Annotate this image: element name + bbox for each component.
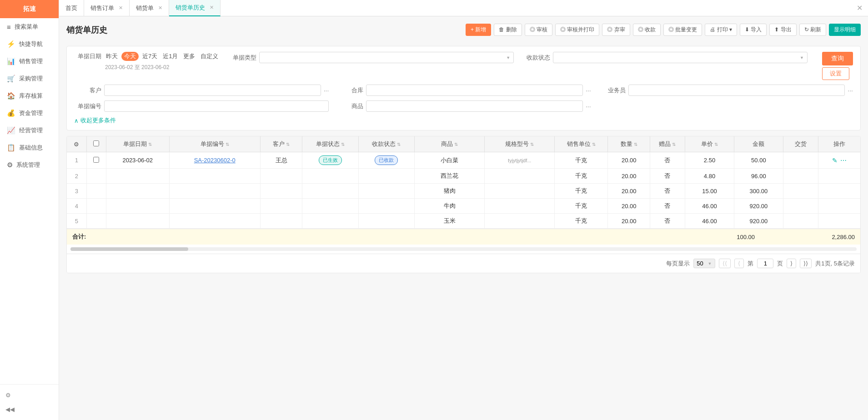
review-print-button[interactable]: ◎ 审核并打印 xyxy=(555,24,599,36)
pag-next-btn[interactable]: ⟩ xyxy=(787,259,796,268)
pag-page-input[interactable] xyxy=(757,259,773,268)
sidebar-item-finance[interactable]: 💰 资金管理 xyxy=(0,105,59,122)
doc-no-input[interactable] xyxy=(104,100,329,112)
tab-sales-order[interactable]: 销售订单 ✕ xyxy=(84,0,130,16)
goods-input[interactable] xyxy=(366,100,583,112)
row-action: ✎ ⋯ xyxy=(818,152,860,169)
print-button[interactable]: 🖨 打印 ▾ xyxy=(705,24,737,36)
horizontal-scrollbar[interactable] xyxy=(70,247,857,251)
customer-input[interactable] xyxy=(104,85,321,96)
business-input[interactable] xyxy=(628,85,845,96)
gear-settings-icon[interactable]: ⚙ xyxy=(74,141,79,148)
footer-total-amount: 2,286.00 xyxy=(818,234,855,240)
import-button[interactable]: ⬇ 导入 xyxy=(740,24,767,36)
doc-status-badge: 已生效 xyxy=(319,155,342,165)
row-code-link[interactable]: SA-20230602-0 xyxy=(194,157,236,164)
sidebar-bottom-gear[interactable]: ⚙ xyxy=(0,388,59,402)
sort-code[interactable]: 单据编号 ⇅ xyxy=(172,140,257,148)
filter-doc-no-field: 单据编号 xyxy=(74,100,329,112)
row-qty: 20.00 xyxy=(608,184,650,199)
collect-status-select[interactable] xyxy=(553,52,808,63)
tab-sales-history-close[interactable]: ✕ xyxy=(210,5,214,10)
more-icon[interactable]: ⋯ xyxy=(840,157,847,164)
tab-sales-history[interactable]: 销货单历史 ✕ xyxy=(169,0,221,16)
quick-nav-icon: ⚡ xyxy=(7,40,15,48)
sort-collect-status[interactable]: 收款状态 ⇅ xyxy=(361,140,411,148)
review-button[interactable]: ◎ 审核 xyxy=(525,24,552,36)
date-more[interactable]: 更多 xyxy=(181,52,197,61)
add-button[interactable]: + 新增 xyxy=(466,24,491,36)
filter-date-label: 单据日期 xyxy=(74,52,101,60)
edit-icon[interactable]: ✎ xyxy=(832,157,838,164)
tab-sales-delivery[interactable]: 销货单 ✕ xyxy=(130,0,169,16)
row-action xyxy=(818,184,860,199)
scrollbar-thumb xyxy=(70,247,188,251)
row-checkbox xyxy=(86,169,106,184)
more-conditions-toggle[interactable]: ∧ 收起更多条件 xyxy=(74,116,853,125)
sidebar-item-base-info[interactable]: 📋 基础信息 xyxy=(0,139,59,156)
sort-gift[interactable]: 赠品 ⇅ xyxy=(653,140,682,148)
show-detail-button[interactable]: 显示明细 xyxy=(829,24,861,36)
sidebar-item-operations[interactable]: 📈 经营管理 xyxy=(0,122,59,139)
tab-sales-order-close[interactable]: ✕ xyxy=(119,5,123,11)
sort-unit[interactable]: 销售单位 ⇅ xyxy=(557,140,605,148)
per-page-select[interactable]: 50 100 xyxy=(693,259,715,268)
tabs-close-all[interactable]: ✕ xyxy=(851,4,868,12)
row-doc-status xyxy=(302,184,358,199)
sidebar-item-inventory[interactable]: 🏠 库存核算 xyxy=(0,87,59,105)
doc-type-select[interactable] xyxy=(259,52,514,63)
purchase-icon: 🛒 xyxy=(7,75,15,83)
setting-button[interactable]: 设置 xyxy=(822,67,849,80)
business-ellipsis[interactable]: ··· xyxy=(848,87,853,94)
sidebar-item-label: 采购管理 xyxy=(19,75,43,83)
delete-button[interactable]: 🗑 删除 xyxy=(494,24,522,36)
pag-last-btn[interactable]: ⟩⟩ xyxy=(800,259,812,268)
sort-qty[interactable]: 数量 ⇅ xyxy=(611,140,647,148)
sidebar-item-purchase-mgmt[interactable]: 🛒 采购管理 xyxy=(0,70,59,87)
pag-page-label: 第 xyxy=(748,260,753,268)
goods-ellipsis[interactable]: ··· xyxy=(586,103,591,110)
sidebar-item-quick-nav[interactable]: ⚡ 快捷导航 xyxy=(0,35,59,53)
pag-first-btn[interactable]: ⟨⟨ xyxy=(719,259,731,268)
tab-home[interactable]: 首页 xyxy=(59,0,84,16)
export-button[interactable]: ⬆ 导出 xyxy=(769,24,796,36)
sidebar-item-search-menu[interactable]: ≡ 搜索菜单 xyxy=(0,18,59,35)
sort-price[interactable]: 单价 ⇅ xyxy=(688,140,731,148)
customer-ellipsis[interactable]: ··· xyxy=(324,87,329,94)
collect-button[interactable]: ◎ 收款 xyxy=(633,24,661,36)
row-gift: 否 xyxy=(650,152,685,169)
abandon-button[interactable]: ◎ 弃审 xyxy=(602,24,630,36)
date-custom[interactable]: 自定义 xyxy=(199,52,220,61)
table-body: 1 2023-06-02 SA-20230602-0 王总 已生效 已收款 小白… xyxy=(67,152,860,229)
sort-spec[interactable]: 规格型号 ⇅ xyxy=(487,140,552,148)
select-all-checkbox[interactable] xyxy=(93,140,99,146)
sidebar-item-sys-mgmt[interactable]: ⚙ 系统管理 xyxy=(0,156,59,174)
query-button[interactable]: 查询 xyxy=(822,52,853,65)
row-spec: tyjytjytjdf... xyxy=(485,152,555,169)
sidebar-bottom-collapse[interactable]: ◀◀ xyxy=(0,402,59,416)
refresh-button[interactable]: ↻ 刷新 xyxy=(799,24,826,36)
sort-customer[interactable]: 客户 ⇅ xyxy=(263,140,299,148)
sys-mgmt-icon: ⚙ xyxy=(7,161,13,169)
row-amount: 920.00 xyxy=(734,199,783,214)
sort-date[interactable]: 单据日期 ⇅ xyxy=(109,140,166,148)
date-yesterday[interactable]: 昨天 xyxy=(104,52,120,61)
sort-goods[interactable]: 商品 ⇅ xyxy=(417,140,482,148)
row-unit: 千克 xyxy=(555,214,608,229)
warehouse-ellipsis[interactable]: ··· xyxy=(586,87,591,94)
date-1month[interactable]: 近1月 xyxy=(161,52,180,61)
row-date xyxy=(106,169,169,184)
sidebar-item-sales-mgmt[interactable]: 📊 销售管理 xyxy=(0,53,59,70)
row-unit: 千克 xyxy=(555,169,608,184)
sort-doc-status[interactable]: 单据状态 ⇅ xyxy=(305,140,355,148)
date-today[interactable]: 今天 xyxy=(121,52,139,61)
tab-sales-delivery-close[interactable]: ✕ xyxy=(158,5,162,11)
date-7days[interactable]: 近7天 xyxy=(140,52,159,61)
pag-prev-btn[interactable]: ⟨ xyxy=(734,259,744,268)
tab-home-label: 首页 xyxy=(65,4,77,12)
warehouse-input[interactable] xyxy=(366,85,583,96)
col-header-goods: 商品 ⇅ xyxy=(415,136,485,152)
batch-change-button[interactable]: ◎ 批量变更 xyxy=(663,24,702,36)
filter-row-3: 单据编号 商品 ··· xyxy=(74,100,853,112)
row-select-checkbox[interactable] xyxy=(93,157,99,163)
